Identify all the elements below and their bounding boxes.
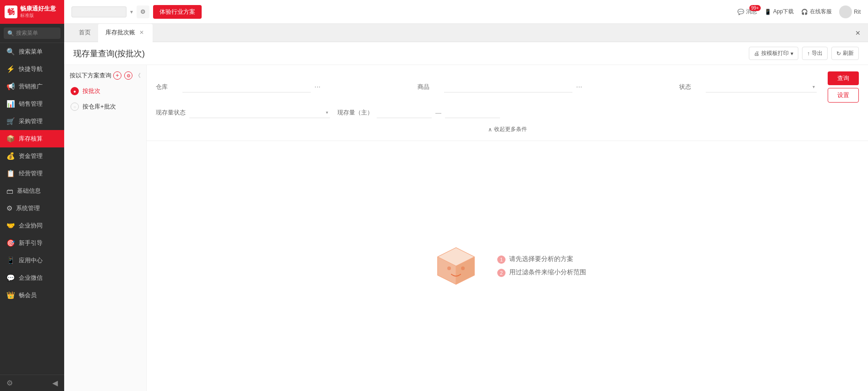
finance-icon: 💰 xyxy=(6,152,15,160)
refresh-button[interactable]: ↻ 刷新 xyxy=(831,47,859,60)
export-button[interactable]: ↑ 导出 xyxy=(802,47,828,60)
sidebar-item-system[interactable]: ⚙ 系统管理 xyxy=(0,200,64,217)
goods-more-icon[interactable]: ··· xyxy=(576,83,582,91)
filter-row-1: 仓库 ··· 商品 ··· 状态 xyxy=(156,71,859,103)
quick-nav-icon: ⚡ xyxy=(6,65,15,73)
page-header: 现存量查询(按批次) 🖨 按模板打印 ▾ ↑ 导出 ↻ 刷新 xyxy=(64,42,868,65)
status-label: 状态 xyxy=(679,83,702,91)
print-chevron-icon: ▾ xyxy=(791,50,793,57)
app-download-button[interactable]: 📱 App下载 xyxy=(764,8,794,16)
goods-input[interactable] xyxy=(444,81,572,92)
content-area: 现存量查询(按批次) 🖨 按模板打印 ▾ ↑ 导出 ↻ 刷新 xyxy=(64,42,868,391)
left-panel: 按以下方案查询 + ⚙ 《 ● 按批次 ○ 按仓库+批次 xyxy=(64,65,147,391)
sidebar-item-label-system: 系统管理 xyxy=(16,204,40,212)
sidebar-item-quick-nav[interactable]: ⚡ 快捷导航 xyxy=(0,60,64,78)
marketing-icon: 📢 xyxy=(6,82,15,91)
warehouse-input[interactable] xyxy=(182,81,311,92)
sidebar-header: 畅 畅康通好生意 标准版 xyxy=(0,0,64,24)
settings-bottom-icon[interactable]: ⚙ xyxy=(6,379,13,387)
industry-solution-button[interactable]: 体验行业方案 xyxy=(153,5,202,19)
sidebar-item-sales[interactable]: 📊 销售管理 xyxy=(0,95,64,113)
svg-point-5 xyxy=(461,266,465,270)
status-select[interactable] xyxy=(706,81,817,92)
sidebar-item-purchase[interactable]: 🛒 采购管理 xyxy=(0,113,64,130)
sidebar-item-inventory[interactable]: 📦 库存核算 xyxy=(0,130,64,147)
basic-icon: 🗃 xyxy=(6,187,13,195)
hint-2-text: 用过滤条件来缩小分析范围 xyxy=(509,268,586,277)
app-title-block: 畅康通好生意 标准版 xyxy=(20,5,56,19)
sidebar-item-guide[interactable]: 🎯 新手引导 xyxy=(0,234,64,252)
tab-close-button[interactable]: ✕ xyxy=(138,29,145,36)
sidebar-item-wechat[interactable]: 💬 企业微信 xyxy=(0,269,64,287)
plan-active-dot: ● xyxy=(71,87,79,95)
topbar-chevron-icon[interactable]: ▾ xyxy=(130,9,133,15)
inventory-qty-to-input[interactable] xyxy=(445,107,500,118)
sidebar-item-label-app-center: 应用中心 xyxy=(19,256,43,265)
print-template-button[interactable]: 🖨 按模板打印 ▾ xyxy=(749,47,798,60)
sidebar-item-label-purchase: 采购管理 xyxy=(19,117,43,125)
topbar-search-input[interactable] xyxy=(71,6,126,17)
sidebar-item-label-basic: 基础信息 xyxy=(17,187,41,195)
plan-inactive-dot: ○ xyxy=(71,103,79,111)
message-badge: 99+ xyxy=(749,5,761,11)
query-button[interactable]: 查询 xyxy=(828,71,859,85)
message-button[interactable]: 💬 消息 99+ xyxy=(737,8,757,16)
phone-icon: 📱 xyxy=(764,9,771,15)
sidebar-item-search[interactable]: 🔍 搜索菜单 xyxy=(0,43,64,60)
collapse-sidebar-icon[interactable]: ◀ xyxy=(52,379,58,387)
export-label: 导出 xyxy=(812,49,823,57)
svg-point-4 xyxy=(447,266,451,270)
hint-1-text: 请先选择要分析的方案 xyxy=(509,255,573,263)
sidebar-nav: 🔍 搜索菜单 ⚡ 快捷导航 📢 营销推广 📊 销售管理 🛒 采购管理 📦 库存核… xyxy=(0,43,64,375)
topbar-right: 💬 消息 99+ 📱 App下载 🎧 在线客服 Rit xyxy=(737,5,861,18)
user-menu[interactable]: Rit xyxy=(839,5,861,18)
sidebar-item-label-guide: 新手引导 xyxy=(19,239,43,247)
sidebar-search-area[interactable]: 🔍 搜索菜单 xyxy=(0,24,64,43)
inventory-status-select[interactable] xyxy=(189,107,330,118)
collapse-more-conditions[interactable]: ∧ 收起更多条件 xyxy=(156,123,859,134)
sidebar-item-enterprise[interactable]: 🤝 企业协同 xyxy=(0,217,64,234)
sidebar-item-label-member: 畅会员 xyxy=(19,291,37,299)
sidebar-item-app-center[interactable]: 📱 应用中心 xyxy=(0,252,64,269)
plan-item-by-warehouse-batch[interactable]: ○ 按仓库+批次 xyxy=(64,99,146,114)
left-panel-header: 按以下方案查询 + ⚙ 《 xyxy=(64,70,146,83)
add-plan-button[interactable]: + xyxy=(113,71,121,80)
sales-icon: 📊 xyxy=(6,100,15,108)
sidebar-item-business[interactable]: 📋 经营管理 xyxy=(0,165,64,182)
enterprise-icon: 🤝 xyxy=(6,222,15,230)
left-panel-title: 按以下方案查询 xyxy=(70,71,111,80)
sidebar-item-finance[interactable]: 💰 资金管理 xyxy=(0,147,64,165)
topbar-gear-button[interactable]: ⚙ xyxy=(137,5,149,18)
tab-home[interactable]: 首页 xyxy=(71,24,98,42)
online-service-button[interactable]: 🎧 在线客服 xyxy=(801,8,832,16)
plan-by-warehouse-batch-label: 按仓库+批次 xyxy=(82,103,116,111)
search-icon: 🔍 xyxy=(7,30,14,37)
tab-inventory-batch[interactable]: 库存批次账 ✕ xyxy=(98,24,153,42)
sidebar-item-label-quick-nav: 快捷导航 xyxy=(19,65,43,73)
sidebar-search-inner: 🔍 搜索菜单 xyxy=(4,27,60,39)
settings-plan-button[interactable]: ⚙ xyxy=(124,71,132,80)
search-label: 搜索菜单 xyxy=(16,29,38,37)
tab-area-close-button[interactable]: ✕ xyxy=(855,29,861,37)
collapse-left-panel-button[interactable]: 《 xyxy=(135,72,141,80)
hint-1-number: 1 xyxy=(497,255,505,264)
page-actions: 🖨 按模板打印 ▾ ↑ 导出 ↻ 刷新 xyxy=(749,47,859,60)
warehouse-more-icon[interactable]: ··· xyxy=(314,83,320,91)
settings-button[interactable]: 设置 xyxy=(828,88,859,103)
inventory-qty-from-input[interactable] xyxy=(377,107,432,118)
sidebar: 畅 畅康通好生意 标准版 🔍 搜索菜单 🔍 搜索菜单 ⚡ 快捷导航 📢 营销推广… xyxy=(0,0,64,391)
tab-home-label: 首页 xyxy=(79,28,91,37)
export-icon: ↑ xyxy=(807,50,810,57)
sidebar-item-marketing[interactable]: 📢 营销推广 xyxy=(0,78,64,95)
message-icon: 💬 xyxy=(737,9,744,15)
plan-item-by-batch[interactable]: ● 按批次 xyxy=(64,83,146,99)
sidebar-item-basic[interactable]: 🗃 基础信息 xyxy=(0,182,64,200)
main-area: ▾ ⚙ 体验行业方案 💬 消息 99+ 📱 App下载 🎧 在线客服 Rit xyxy=(64,0,868,391)
sidebar-item-member[interactable]: 👑 畅会员 xyxy=(0,287,64,304)
right-panel: 仓库 ··· 商品 ··· 状态 xyxy=(147,65,868,391)
app-logo: 畅 xyxy=(5,5,17,18)
warehouse-filter-group: 仓库 ··· xyxy=(156,81,410,92)
content-split: 按以下方案查询 + ⚙ 《 ● 按批次 ○ 按仓库+批次 xyxy=(64,65,868,391)
sidebar-item-label-search: 搜索菜单 xyxy=(19,48,43,56)
member-icon: 👑 xyxy=(6,291,15,299)
